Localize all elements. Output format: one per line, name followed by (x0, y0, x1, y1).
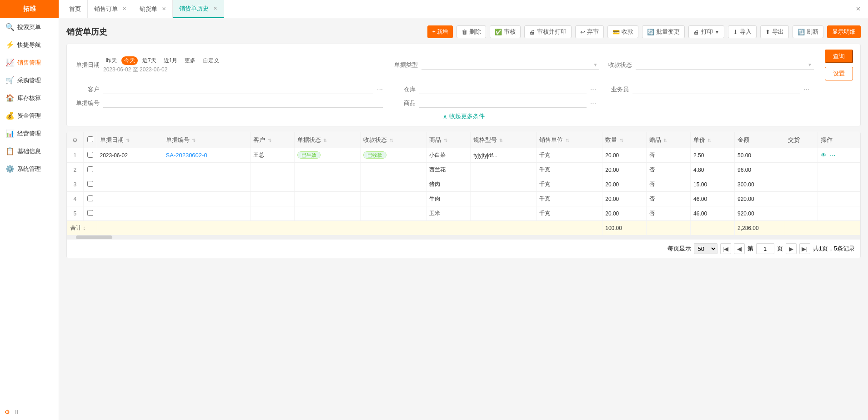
settings-button[interactable]: 设置 (825, 67, 853, 80)
first-page-button[interactable]: |◀ (720, 243, 731, 254)
row-checkbox-cell[interactable] (83, 148, 97, 163)
row-num: 2 (67, 163, 83, 177)
date-tag-more[interactable]: 更多 (182, 56, 198, 65)
view-action[interactable]: 👁 (821, 152, 827, 159)
query-button[interactable]: 查询 (825, 50, 853, 63)
next-page-button[interactable]: ▶ (786, 243, 797, 254)
doc-number-input[interactable] (103, 99, 383, 108)
more-action[interactable]: ⋯ (830, 152, 836, 159)
table-settings-icon[interactable]: ⚙ (72, 137, 78, 144)
col-unit[interactable]: 销售单位 ⇅ (537, 132, 602, 148)
batch-change-button[interactable]: 🔄 批量变更 (642, 25, 685, 38)
sidebar-item-system[interactable]: ⚙️ 系统管理 (0, 160, 59, 178)
print-button[interactable]: 🖨 打印 ▼ (688, 25, 724, 38)
tab-sales-goods-close[interactable]: ✕ (162, 6, 166, 12)
col-date[interactable]: 单据日期 ⇅ (97, 132, 163, 148)
col-pay-status[interactable]: 收款状态 ⇅ (361, 132, 426, 148)
tab-sales-history[interactable]: 销货单历史 ✕ (173, 0, 224, 18)
row-unit: 千克 (537, 192, 602, 206)
row-checkbox[interactable] (87, 210, 93, 216)
salesperson-dots[interactable]: ··· (803, 86, 809, 93)
date-tag-today[interactable]: 今天 (121, 56, 138, 65)
sidebar-item-quick-nav[interactable]: ⚡ 快捷导航 (0, 36, 59, 54)
tab-sales-goods[interactable]: 销货单 ✕ (133, 0, 173, 18)
per-page-select[interactable]: 50 100 200 (694, 243, 717, 254)
tab-home[interactable]: 首页 (63, 0, 88, 18)
col-gift[interactable]: 赠品 ⇅ (647, 132, 691, 148)
sidebar-item-finance[interactable]: 💰 资金管理 (0, 107, 59, 125)
row-checkbox-cell[interactable] (83, 177, 97, 192)
date-tag-yesterday[interactable]: 昨天 (103, 56, 120, 65)
col-customer[interactable]: 客户 ⇅ (251, 132, 295, 148)
last-page-button[interactable]: ▶| (799, 243, 810, 254)
row-gift: 否 (647, 163, 691, 177)
approve-button[interactable]: ✅ 审核 (490, 25, 521, 38)
goods-input[interactable] (419, 99, 587, 108)
delete-button[interactable]: 🗑 删除 (457, 25, 486, 38)
show-details-button[interactable]: 显示明细 (827, 25, 861, 38)
horizontal-scrollbar[interactable] (67, 235, 860, 239)
sidebar-item-operations[interactable]: 📊 经营管理 (0, 125, 59, 142)
export-button[interactable]: ⬆ 导出 (760, 25, 789, 38)
summary-price-spacer (691, 221, 735, 235)
row-checkbox[interactable] (87, 166, 93, 172)
scroll-thumb[interactable] (76, 235, 112, 239)
col-price[interactable]: 单价 ⇅ (691, 132, 735, 148)
content-area: 销货单历史 + 新增 🗑 删除 ✅ 审核 🖨 审核并打印 ↩ 弃审 (59, 18, 868, 420)
sidebar-settings-icon[interactable]: ⚙ (5, 409, 10, 415)
customer-input[interactable] (103, 85, 373, 94)
col-doc-status[interactable]: 单据状态 ⇅ (295, 132, 361, 148)
sidebar-item-base-info[interactable]: 📋 基础信息 (0, 142, 59, 160)
row-checkbox-cell[interactable] (83, 163, 97, 177)
row-action: 👁 ⋯ (818, 148, 860, 163)
discard-button[interactable]: ↩ 弃审 (575, 25, 604, 38)
tab-sales-order-close[interactable]: ✕ (122, 6, 126, 12)
tabs-close-all[interactable]: ✕ (852, 5, 864, 12)
row-checkbox-cell[interactable] (83, 192, 97, 206)
payment-status-select[interactable]: ▼ (636, 60, 814, 70)
date-tag-7days[interactable]: 近7天 (140, 56, 159, 65)
col-delivery[interactable]: 交货 (785, 132, 818, 148)
sidebar-item-search[interactable]: 🔍 搜索菜单 (0, 18, 59, 36)
goods-dots[interactable]: ··· (590, 100, 596, 107)
sidebar-footer: ⚙ ⏸ (0, 404, 59, 420)
warehouse-input[interactable] (419, 85, 587, 94)
tab-sales-order[interactable]: 销售订单 ✕ (88, 0, 133, 18)
salesperson-input[interactable] (632, 85, 800, 94)
date-tag-1month[interactable]: 近1月 (161, 56, 181, 65)
new-button[interactable]: + 新增 (427, 25, 453, 38)
customer-dots[interactable]: ··· (377, 86, 383, 93)
doc-type-select[interactable]: ▼ (421, 60, 600, 70)
collapse-button[interactable]: ∧ 收起更多条件 (74, 112, 853, 120)
col-spec[interactable]: 规格型号 ⇅ (471, 132, 537, 148)
print-arrow-icon: ▼ (715, 30, 719, 35)
col-goods[interactable]: 商品 ⇅ (426, 132, 471, 148)
sidebar-item-purchase[interactable]: 🛒 采购管理 (0, 71, 59, 89)
refresh-button[interactable]: 🔃 刷新 (793, 25, 823, 38)
doc-no-link[interactable]: SA-20230602-0 (166, 152, 207, 159)
row-checkbox[interactable] (87, 181, 93, 187)
import-button[interactable]: ⬇ 导入 (728, 25, 757, 38)
sidebar-item-inventory[interactable]: 🏠 库存核算 (0, 89, 59, 107)
tab-sales-history-close[interactable]: ✕ (213, 5, 217, 11)
col-amount[interactable]: 金额 (734, 132, 785, 148)
collapse-arrow-icon: ∧ (443, 113, 447, 120)
select-all-checkbox[interactable] (87, 136, 93, 142)
row-checkbox-cell[interactable] (83, 206, 97, 221)
sidebar-collapse-icon[interactable]: ⏸ (14, 409, 20, 415)
col-checkbox[interactable] (83, 132, 97, 148)
sort-customer-icon: ⇅ (268, 138, 271, 143)
prev-page-button[interactable]: ◀ (734, 243, 745, 254)
sidebar-item-sales[interactable]: 📈 销售管理 (0, 54, 59, 71)
warehouse-dots[interactable]: ··· (590, 86, 596, 93)
row-checkbox[interactable] (87, 152, 93, 158)
approve-print-button[interactable]: 🖨 审核并打印 (524, 25, 572, 38)
row-checkbox[interactable] (87, 195, 93, 201)
page-input[interactable] (756, 243, 774, 254)
col-doc-no[interactable]: 单据编号 ⇅ (163, 132, 251, 148)
date-tag-custom[interactable]: 自定义 (200, 56, 222, 65)
collect-button[interactable]: 💳 收款 (607, 25, 638, 38)
col-settings[interactable]: ⚙ (67, 132, 83, 148)
filter-warehouse: 仓库 ··· (390, 85, 596, 94)
col-qty[interactable]: 数量 ⇅ (602, 132, 647, 148)
